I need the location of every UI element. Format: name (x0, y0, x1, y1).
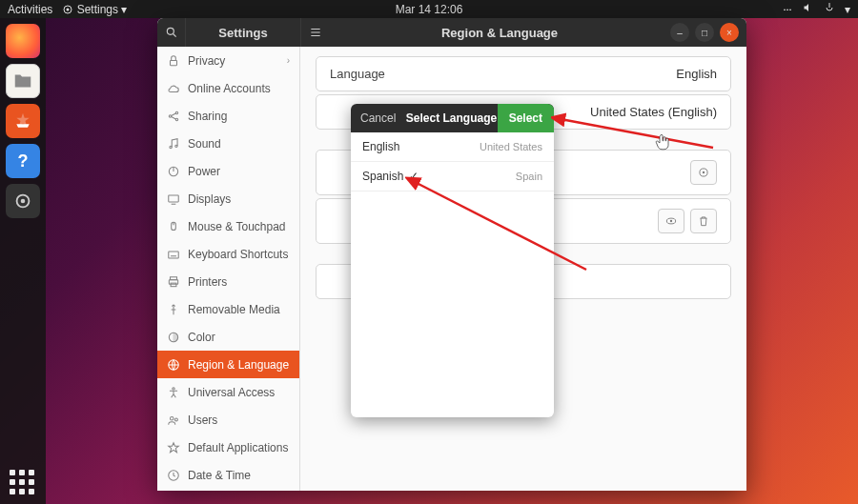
settings-sidebar: Privacy›Online AccountsSharingSoundPower… (157, 47, 300, 491)
panel-title-right: Region & Language (329, 26, 670, 40)
hamburger-menu[interactable] (300, 18, 329, 47)
cursor-hand-icon (654, 133, 671, 156)
sidebar-item-color[interactable]: Color (157, 323, 299, 351)
svg-line-29 (415, 182, 586, 270)
show-applications[interactable] (0, 470, 46, 496)
language-name: Spanish (362, 170, 403, 183)
sidebar-item-printers[interactable]: Printers (157, 268, 299, 295)
chevron-right-icon: › (287, 55, 290, 66)
sidebar-item-label: Default Applications (188, 441, 288, 454)
sidebar-item-label: Mouse & Touchpad (188, 220, 286, 233)
svg-rect-14 (169, 252, 179, 258)
network-icon[interactable] (782, 2, 793, 16)
dock-software[interactable] (6, 104, 40, 138)
delete-button[interactable] (690, 209, 717, 233)
svg-point-8 (175, 118, 177, 120)
sidebar-item-displays[interactable]: Displays (157, 185, 299, 212)
window-close[interactable]: × (720, 23, 739, 42)
volume-icon[interactable] (803, 2, 814, 16)
cancel-button[interactable]: Cancel (351, 104, 405, 132)
sidebar-item-label: Online Accounts (188, 82, 271, 95)
sidebar-item-removable-media[interactable]: Removable Media (157, 295, 299, 323)
window-minimize[interactable]: – (670, 23, 689, 42)
sidebar-item-date-time[interactable]: Date & Time (157, 461, 299, 489)
input-options-button[interactable] (690, 160, 717, 185)
titlebar: Settings Region & Language – □ × (157, 18, 746, 47)
language-name: English (362, 140, 399, 153)
svg-point-6 (169, 114, 171, 116)
dock-settings-app[interactable] (6, 184, 40, 218)
sidebar-item-privacy[interactable]: Privacy› (157, 47, 299, 74)
language-country: United States (480, 141, 542, 152)
dock-help[interactable] (6, 144, 40, 178)
power-icon[interactable] (824, 2, 835, 16)
select-button[interactable]: Select (498, 104, 554, 132)
svg-point-7 (175, 111, 177, 113)
sidebar-item-label: Removable Media (188, 303, 280, 316)
svg-point-9 (170, 146, 172, 148)
panel-title-left: Settings (186, 26, 300, 40)
modal-title: Select Language (405, 111, 497, 125)
sidebar-item-label: Displays (188, 192, 231, 206)
svg-rect-12 (169, 194, 179, 201)
sidebar-item-users[interactable]: Users (157, 406, 299, 433)
sidebar-item-label: Sharing (188, 110, 227, 123)
sidebar-item-label: Printers (188, 275, 227, 289)
sidebar-item-label: Date & Time (188, 469, 251, 482)
svg-point-4 (167, 28, 174, 34)
sidebar-item-region-language[interactable]: Region & Language (157, 351, 299, 378)
sidebar-item-universal-access[interactable]: Universal Access (157, 378, 299, 406)
sidebar-item-keyboard-shortcuts[interactable]: Keyboard Shortcuts (157, 240, 299, 268)
sidebar-item-sharing[interactable]: Sharing (157, 102, 299, 130)
svg-point-27 (670, 220, 672, 222)
sidebar-item-power[interactable]: Power (157, 157, 299, 185)
svg-point-22 (174, 417, 177, 420)
sidebar-item-label: Region & Language (188, 358, 289, 372)
search-button[interactable] (157, 18, 186, 47)
sidebar-item-label: Keyboard Shortcuts (188, 248, 288, 261)
annotation-arrow-2 (405, 174, 596, 279)
svg-point-25 (703, 171, 705, 173)
svg-point-20 (173, 387, 174, 389)
sidebar-item-label: Sound (188, 137, 221, 151)
language-option-english[interactable]: EnglishUnited States (351, 132, 554, 162)
sidebar-item-online-accounts[interactable]: Online Accounts (157, 74, 299, 102)
svg-rect-17 (171, 283, 176, 287)
sidebar-item-label: Privacy (188, 54, 225, 68)
chevron-down-icon[interactable]: ▾ (845, 3, 850, 16)
sidebar-item-label: Users (188, 413, 217, 427)
sidebar-item-default-applications[interactable]: Default Applications (157, 433, 299, 461)
sidebar-item-mouse-touchpad[interactable]: Mouse & Touchpad (157, 212, 299, 240)
sidebar-item-label: Power (188, 165, 220, 178)
sidebar-item-label: Universal Access (188, 386, 275, 399)
activities-button[interactable]: Activities (8, 3, 52, 16)
dock-firefox[interactable] (6, 24, 40, 58)
sidebar-item-about[interactable]: About (157, 489, 299, 491)
svg-point-1 (67, 8, 70, 10)
svg-point-10 (175, 145, 177, 147)
sidebar-item-label: Color (188, 331, 215, 344)
preview-button[interactable] (658, 209, 684, 233)
language-value: English (676, 67, 717, 81)
language-row[interactable]: Language English (316, 56, 731, 91)
svg-line-28 (561, 119, 713, 148)
language-label: Language (330, 67, 385, 81)
annotation-arrow-1 (551, 110, 723, 157)
clock[interactable]: Mar 14 12:06 (396, 3, 463, 16)
app-menu[interactable]: Settings ▾ (62, 3, 127, 16)
window-maximize[interactable]: □ (695, 23, 714, 42)
svg-point-3 (21, 199, 26, 204)
top-panel: Activities Settings ▾ Mar 14 12:06 ▾ (0, 0, 858, 18)
sidebar-item-sound[interactable]: Sound (157, 130, 299, 157)
modal-header: Cancel Select Language Select (351, 104, 554, 132)
svg-rect-5 (171, 60, 177, 65)
svg-point-21 (171, 416, 174, 420)
dock (0, 18, 46, 504)
dock-files[interactable] (6, 64, 40, 98)
